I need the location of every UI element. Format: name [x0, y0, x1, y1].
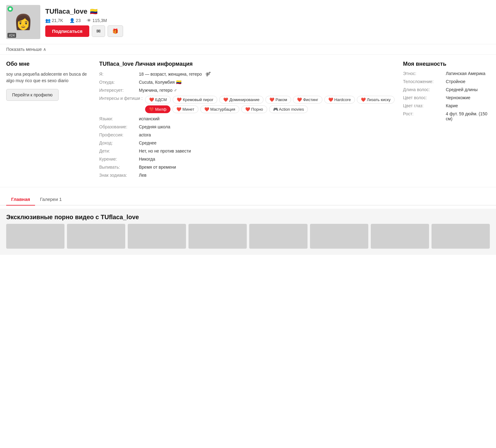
tabs-row: ГлавнаяГалереи 1 [0, 193, 496, 206]
appearance-label: Длина волос: [403, 87, 443, 92]
subscribe-button[interactable]: Подписаться [45, 25, 89, 37]
interest-tag: ❤️ Доминирование [219, 96, 264, 104]
label-education: Образование: [99, 124, 136, 129]
info-row-profession: Профессия: actora [99, 132, 397, 137]
label-from: Откуда: [99, 80, 136, 85]
value-interested: Мужчина, гетеро ♂ [139, 88, 177, 93]
video-thumbnail[interactable] [67, 224, 125, 249]
message-button[interactable]: ✉ [92, 25, 105, 37]
label-kids: Дети: [99, 149, 136, 153]
about-text: soy una pequeña adolecente en busca de a… [6, 71, 93, 84]
profile-button[interactable]: Перейти к профилю [6, 89, 59, 101]
gift-button[interactable]: 🎁 [108, 25, 123, 37]
avatar-container: 👩 #24 [6, 5, 40, 39]
personal-info-title: TUflaca_love Личная информация [99, 61, 397, 67]
label-smoking: Курение: [99, 157, 136, 162]
appearance-value: 4 фут. 59 дюйм. (150 см) [446, 111, 490, 121]
video-thumbnail[interactable] [310, 224, 368, 249]
info-row-kids: Дети: Нет, но не против завести [99, 149, 397, 153]
appearance-row: Длина волос: Средней длины [403, 87, 490, 92]
appearance-row: Цвет волос: Чернокожие [403, 95, 490, 100]
views-icon: 👁 [87, 18, 91, 23]
value-education: Средняя школа [139, 124, 170, 129]
views-stat: 👁 115,3M [87, 18, 107, 23]
views-count: 115,3M [92, 18, 107, 23]
appearance-label: Цвет глаз: [403, 103, 443, 108]
appearance-label: Телосложение: [403, 79, 443, 84]
tab-item[interactable]: Главная [6, 193, 35, 206]
interest-tag: 🎮 Action movies [269, 105, 308, 113]
video-thumbnail[interactable] [432, 224, 490, 249]
value-drinking: Время от времени [139, 165, 176, 170]
video-thumbnail[interactable] [6, 224, 64, 249]
interest-tag: ❤️ Hardcore [324, 96, 355, 104]
video-thumbnail[interactable] [188, 224, 247, 249]
interest-tag: ❤️ Фистинг [293, 96, 322, 104]
label-drinking: Выпивать: [99, 165, 136, 170]
appearance-section: Моя внешность Этнос: Латинская АмерикаТе… [403, 61, 490, 181]
following-icon: 👤 [69, 18, 75, 23]
rank-badge: #24 [7, 33, 16, 38]
info-row-income: Доход: Среднее [99, 140, 397, 145]
value-profession: actora [139, 132, 151, 137]
tab-item[interactable]: Галереи 1 [35, 193, 67, 206]
value-kids: Нет, но не против завести [139, 149, 191, 153]
videos-section-title: Эксклюзивные порно видео с TUflaca_love [0, 209, 496, 224]
about-title: Обо мне [6, 61, 93, 67]
value-lang: испанский [139, 116, 160, 121]
header-info: TUflaca_love 🇨🇴 👥 21,7K 👤 23 👁 115,3M По… [45, 7, 123, 37]
interest-tag: ❤️ Лизать киску [357, 96, 395, 104]
interest-tag: ❤️ Минет [172, 105, 198, 113]
interest-tag: ❤️ Порно [241, 105, 267, 113]
interest-tag: ❤️ Раком [265, 96, 291, 104]
stats-row: 👥 21,7K 👤 23 👁 115,3M [45, 18, 123, 23]
following-stat: 👤 23 [69, 18, 81, 23]
video-thumbnail[interactable] [371, 224, 429, 249]
info-row-drinking: Выпивать: Время от времени [99, 165, 397, 170]
video-thumbnail[interactable] [249, 224, 308, 249]
content-area: Эксклюзивные порно видео с TUflaca_love [0, 209, 496, 255]
info-row-ya: Я: 18 — возраст, женщина, гетеро ⚤ [99, 72, 397, 77]
appearance-value: Стройное [446, 79, 465, 84]
appearance-label: Цвет волос: [403, 95, 443, 100]
gender-icon: ⚤ [206, 72, 210, 77]
info-row-interested: Интересует: Мужчина, гетеро ♂ [99, 88, 397, 93]
info-row-lang: Языки: испанский [99, 116, 397, 121]
video-thumbnail[interactable] [128, 224, 186, 249]
tags-container: ❤️ БДСМ❤️ Кремовый пирог❤️ Доминирование… [145, 96, 397, 113]
show-less-toggle[interactable]: Показать меньше ∧ [0, 44, 496, 55]
appearance-value: Латинская Америка [446, 71, 485, 76]
value-zodiac: Лев [139, 173, 146, 178]
info-row-smoking: Курение: Никогда [99, 157, 397, 162]
username-row: TUflaca_love 🇨🇴 [45, 7, 123, 16]
main-content: Обо мне soy una pequeña adolecente en bu… [0, 55, 496, 187]
appearance-label: Этнос: [403, 71, 443, 76]
interest-tag: ❤️ Милф [145, 105, 170, 113]
appearance-row: Телосложение: Стройное [403, 79, 490, 84]
video-grid [0, 224, 496, 255]
videos-title-text: Эксклюзивные порно видео с TUflaca_love [6, 214, 139, 220]
username: TUflaca_love [45, 7, 87, 16]
info-row-zodiac: Знак зодиака: Лев [99, 173, 397, 178]
label-interested: Интересует: [99, 88, 136, 93]
online-indicator [7, 6, 13, 12]
profile-header: 👩 #24 TUflaca_love 🇨🇴 👥 21,7K 👤 23 👁 115… [0, 0, 496, 44]
personal-info-title-main: Личная информация [135, 61, 193, 67]
appearance-row: Рост: 4 фут. 59 дюйм. (150 см) [403, 111, 490, 121]
appearance-fields: Этнос: Латинская АмерикаТелосложение: Ст… [403, 71, 490, 121]
appearance-value: Средней длины [446, 87, 478, 92]
value-from: Cucuta, Колумбия 🇨🇴 [139, 80, 181, 85]
label-interests: Интересы и фетиши : [99, 96, 143, 101]
label-profession: Профессия: [99, 132, 136, 137]
action-row: Подписаться ✉ 🎁 [45, 25, 123, 37]
interest-tag: ❤️ Кремовый пирог [173, 96, 217, 104]
personal-info-section: TUflaca_love Личная информация Я: 18 — в… [93, 61, 403, 181]
info-row-interests: Интересы и фетиши : ❤️ БДСМ❤️ Кремовый п… [99, 96, 397, 113]
interest-tag: ❤️ БДСМ [145, 96, 171, 104]
appearance-value: Чернокожие [446, 95, 470, 100]
followers-icon: 👥 [45, 18, 51, 23]
divider [0, 187, 496, 187]
interest-tag: ❤️ Мастурбация [200, 105, 239, 113]
appearance-row: Этнос: Латинская Америка [403, 71, 490, 76]
label-lang: Языки: [99, 116, 136, 121]
